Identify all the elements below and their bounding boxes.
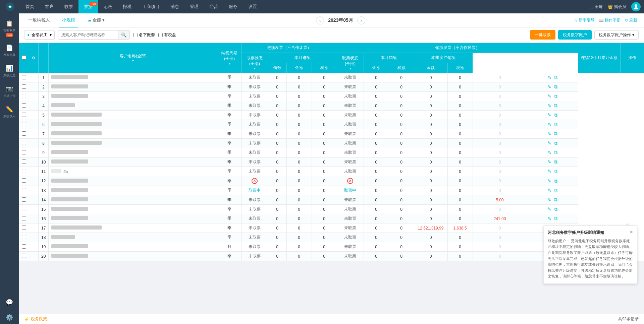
copy-action[interactable]: ⧉ <box>554 216 557 221</box>
search-input[interactable] <box>58 30 118 40</box>
copy-action[interactable]: ⧉ <box>554 122 557 127</box>
copy-action[interactable]: ⧉ <box>554 84 557 89</box>
edit-action[interactable]: ✎ <box>547 159 551 165</box>
tax-ops-btn[interactable]: 税务数字账户操作 ▾ <box>594 30 639 40</box>
member-btn[interactable]: 👑 购会员 <box>608 4 626 10</box>
edit-action[interactable]: ✎ <box>547 197 551 202</box>
cell-out-tax: 0 <box>389 205 414 214</box>
copy-action[interactable]: ⧉ <box>554 93 557 99</box>
row-checkbox[interactable] <box>22 197 26 202</box>
copy-action[interactable]: ⧉ <box>554 150 557 155</box>
prev-period-btn[interactable]: ‹ <box>316 16 324 24</box>
copy-action[interactable]: ⧉ <box>554 188 557 193</box>
nav-tax[interactable]: 报税 <box>117 0 137 13</box>
edit-action[interactable]: ✎ <box>547 112 551 118</box>
copy-action[interactable]: ⧉ <box>554 159 557 165</box>
copy-action[interactable]: ⧉ <box>554 112 557 118</box>
refresh-link[interactable]: ↻ 刷新 <box>625 17 637 23</box>
nav-message[interactable]: 消息 <box>165 0 184 13</box>
row-checkbox[interactable] <box>22 84 26 89</box>
row-checkbox[interactable] <box>22 131 26 136</box>
nav-client[interactable]: 客户 <box>40 0 59 13</box>
row-checkbox[interactable] <box>22 169 26 173</box>
row-checkbox[interactable] <box>22 159 26 164</box>
nav-business[interactable]: 工商项目 <box>137 0 165 13</box>
sidebar-item-chat[interactable]: 💬 <box>1 296 18 309</box>
sidebar-item-entry[interactable]: ✏️ 票据录入 <box>1 103 18 121</box>
edit-action[interactable]: ✎ <box>547 75 551 80</box>
nav-manage[interactable]: 管理 <box>184 0 204 13</box>
sidebar-item-open-invoice[interactable]: 📄 发票开具 <box>1 41 18 60</box>
copy-action[interactable]: ⧉ <box>554 131 557 136</box>
sidebar-item-smart-ticket[interactable]: 📋 智能取票 new <box>1 17 18 40</box>
row-checkbox[interactable] <box>22 122 26 126</box>
edit-action[interactable]: ✎ <box>547 178 551 184</box>
row-checkbox[interactable] <box>22 216 26 220</box>
edit-action[interactable]: ✎ <box>547 103 551 108</box>
copy-action[interactable]: ⧉ <box>554 178 557 184</box>
fullscreen-btn[interactable]: ⛶ 全屏 <box>589 4 603 10</box>
notification-close-btn[interactable]: ✕ <box>630 230 633 236</box>
row-checkbox[interactable] <box>22 75 26 79</box>
nav-home[interactable]: 首页 <box>20 0 40 13</box>
row-checkbox[interactable] <box>22 225 26 230</box>
row-checkbox[interactable] <box>22 188 26 192</box>
user-avatar[interactable] <box>631 2 641 11</box>
has-taxbox-checkbox[interactable]: 有税盘 <box>158 32 176 38</box>
row-checkbox[interactable] <box>22 141 26 145</box>
tax-policy-link[interactable]: ⚡ 税务政策 <box>24 316 47 322</box>
edit-action[interactable]: ✎ <box>547 93 551 99</box>
row-checkbox[interactable] <box>22 103 26 108</box>
cell-red-tax: 0 <box>447 195 473 205</box>
manual-link[interactable]: 📖 操作手册 <box>599 17 621 23</box>
row-checkbox[interactable] <box>22 150 26 154</box>
nav-operate[interactable]: 经营 <box>204 0 223 13</box>
edit-action[interactable]: ✎ <box>547 216 551 221</box>
search-button[interactable]: 🔍 <box>118 30 130 40</box>
has-taxbox-check[interactable] <box>158 33 163 37</box>
copy-action[interactable]: ⧉ <box>554 103 557 108</box>
row-checkbox[interactable] <box>22 94 26 98</box>
select-all-checkbox[interactable] <box>22 55 26 60</box>
guide-link[interactable]: ☆ 新手引导 <box>574 17 595 23</box>
sub-accounts-checkbox[interactable]: 名下账套 <box>133 32 155 38</box>
cell-in-tax: 0 <box>312 148 337 157</box>
tax-digital-account-btn[interactable]: 税务数字账户 <box>558 30 592 40</box>
tab-small-scale[interactable]: 小规模 <box>59 13 78 27</box>
nav-invoice[interactable]: 票据 new <box>78 0 98 13</box>
copy-action[interactable]: ⧉ <box>554 197 557 202</box>
row-checkbox[interactable] <box>22 207 26 211</box>
edit-action[interactable]: ✎ <box>547 131 551 136</box>
nav-service[interactable]: 服务 <box>223 0 243 13</box>
one-click-ticket-btn[interactable]: 一键取票 <box>530 30 555 40</box>
row-checkbox[interactable] <box>22 235 26 239</box>
row-checkbox[interactable] <box>22 254 26 258</box>
cell-out-amount: 0 <box>364 242 389 252</box>
sidebar-item-scan[interactable]: 📷 扫描上传 <box>1 82 18 101</box>
edit-action[interactable]: ✎ <box>547 84 551 89</box>
copy-action[interactable]: ⧉ <box>554 206 557 212</box>
row-checkbox[interactable] <box>22 113 26 117</box>
sidebar-item-config[interactable]: ⚙️ <box>1 311 18 324</box>
nav-receive[interactable]: 收票 <box>59 0 78 13</box>
edit-action[interactable]: ✎ <box>547 140 551 146</box>
copy-action[interactable]: ⧉ <box>554 169 557 174</box>
edit-action[interactable]: ✎ <box>547 150 551 155</box>
edit-action[interactable]: ✎ <box>547 206 551 212</box>
cell-red-amount: 0 <box>414 233 447 242</box>
sidebar-item-summary[interactable]: 📊 票据汇总 <box>1 62 18 80</box>
nav-bookkeeping[interactable]: 记账 <box>98 0 117 13</box>
tab-all[interactable]: ☁ 全能 ▾ <box>85 13 107 27</box>
edit-action[interactable]: ✎ <box>547 188 551 193</box>
row-checkbox[interactable] <box>22 244 26 249</box>
copy-action[interactable]: ⧉ <box>554 140 557 146</box>
sub-accounts-check[interactable] <box>133 33 138 37</box>
next-period-btn[interactable]: › <box>357 16 365 24</box>
copy-action[interactable]: ⧉ <box>554 75 557 80</box>
edit-action[interactable]: ✎ <box>547 169 551 174</box>
employee-select[interactable]: ● 全部员工 ▾ <box>24 30 55 40</box>
nav-settings[interactable]: 设置 <box>243 0 262 13</box>
row-checkbox[interactable] <box>22 178 26 183</box>
tab-general-taxpayer[interactable]: 一般纳税人 <box>25 13 53 27</box>
edit-action[interactable]: ✎ <box>547 122 551 127</box>
